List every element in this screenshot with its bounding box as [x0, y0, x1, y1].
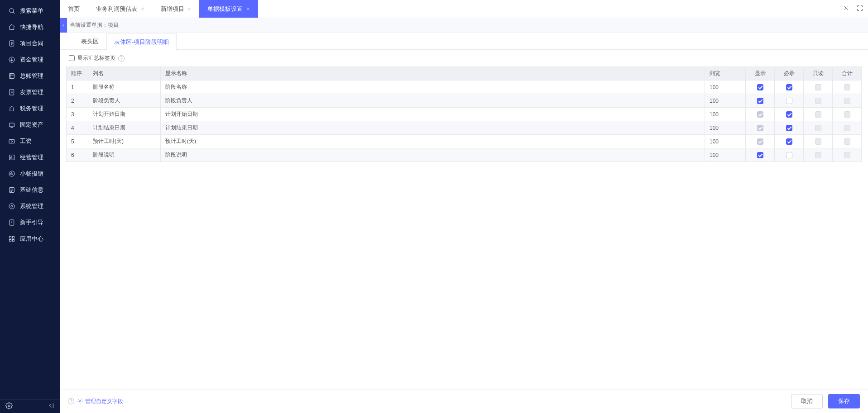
checkbox-total [844, 84, 850, 90]
sidebar-item-12[interactable]: 系统管理 [0, 198, 60, 214]
cell-seq: 3 [67, 108, 88, 121]
tabs-bar-actions [843, 0, 868, 18]
checkbox-required[interactable] [786, 98, 792, 104]
sidebar-item-label: 新手引导 [20, 218, 43, 227]
checkbox-readonly [815, 84, 821, 90]
close-icon[interactable]: × [246, 5, 250, 12]
money-icon [8, 56, 15, 63]
cell-display-name[interactable]: 预计工时(天) [161, 135, 705, 148]
svg-rect-15 [12, 237, 14, 238]
close-icon[interactable]: × [141, 5, 144, 12]
cell-seq: 4 [67, 121, 88, 135]
sidebar-item-4[interactable]: 总账管理 [0, 68, 60, 84]
cell-display-name[interactable]: 阶段说明 [161, 148, 705, 162]
collapse-left-panel-icon[interactable] [60, 18, 67, 33]
app-icon [8, 235, 15, 242]
page-tab-0[interactable]: 首页 [60, 0, 88, 18]
cell-col-name: 计划开始日期 [88, 108, 161, 121]
inner-tab-0[interactable]: 表头区 [73, 33, 106, 49]
biz-icon [8, 154, 15, 161]
checkbox-total [844, 98, 850, 104]
inner-tab-1[interactable]: 表体区-项目阶段明细 [106, 33, 177, 50]
inner-tabs: 表头区表体区-项目阶段明细 [60, 33, 868, 50]
svg-point-7 [11, 141, 12, 142]
footer-help-icon[interactable]: ? [68, 398, 74, 404]
checkbox-show[interactable] [757, 152, 763, 158]
checkbox-required[interactable] [786, 84, 792, 90]
cell-display-name[interactable]: 阶段名称 [161, 81, 705, 94]
sidebar-item-2[interactable]: 项目合同 [0, 35, 60, 52]
sidebar-item-label: 应用中心 [20, 235, 43, 243]
cell-col-name: 阶段名称 [88, 81, 161, 94]
sidebar-item-9[interactable]: 经营管理 [0, 149, 60, 166]
sidebar-item-label: 小畅报销 [20, 170, 43, 178]
page-tab-label: 新增项目 [161, 5, 184, 13]
checkbox-show[interactable] [757, 84, 763, 90]
fields-table-body: 1阶段名称阶段名称1002阶段负责人阶段负责人1003计划开始日期计划开始日期1… [67, 81, 862, 162]
checkbox-show[interactable] [757, 98, 763, 104]
page-tab-2[interactable]: 新增项目× [153, 0, 200, 18]
save-button[interactable]: 保存 [828, 394, 860, 408]
manage-custom-fields-link[interactable]: 管理自定义字段 [77, 398, 123, 405]
svg-point-19 [79, 400, 81, 402]
checkbox-show [757, 138, 763, 145]
doc-icon [8, 40, 15, 47]
sidebar-item-14[interactable]: 应用中心 [0, 231, 60, 247]
checkbox-required[interactable] [786, 138, 792, 145]
cell-width[interactable]: 100 [705, 108, 746, 121]
cell-seq: 1 [67, 81, 88, 94]
sidebar-item-10[interactable]: 小畅报销 [0, 166, 60, 182]
cell-width[interactable]: 100 [705, 135, 746, 148]
sidebar-item-11[interactable]: 基础信息 [0, 182, 60, 198]
sidebar-item-1[interactable]: 快捷导航 [0, 19, 60, 35]
page-tab-1[interactable]: 业务利润预估表× [88, 0, 153, 18]
collapse-sidebar-icon[interactable] [47, 402, 54, 411]
checkbox-required[interactable] [786, 152, 792, 158]
sidebar-item-7[interactable]: 固定资产 [0, 117, 60, 133]
svg-rect-14 [10, 237, 11, 238]
checkbox-show [757, 111, 763, 118]
page-tab-label: 业务利润预估表 [96, 5, 137, 13]
sidebar-item-label: 基础信息 [20, 186, 43, 194]
checkbox-total [844, 125, 850, 131]
cell-width[interactable]: 100 [705, 94, 746, 108]
svg-rect-5 [10, 123, 14, 127]
cell-width[interactable]: 100 [705, 148, 746, 162]
g-icon [8, 170, 15, 177]
svg-rect-3 [10, 74, 14, 79]
cell-width[interactable]: 100 [705, 81, 746, 94]
guide-icon [8, 219, 15, 226]
sidebar-item-8[interactable]: 工资 [0, 133, 60, 149]
col-show: 显示 [746, 67, 775, 81]
cell-display-name[interactable]: 计划开始日期 [161, 108, 705, 121]
ledger-icon [8, 72, 15, 80]
page-tab-3[interactable]: 单据模板设置× [199, 0, 258, 18]
sidebar-item-label: 项目合同 [20, 39, 43, 47]
checkbox-required[interactable] [786, 125, 792, 131]
sidebar-item-label: 快捷导航 [20, 23, 43, 31]
show-summary-tab-checkbox[interactable] [69, 55, 75, 61]
cell-display-name[interactable]: 阶段负责人 [161, 94, 705, 108]
sidebar-item-label: 工资 [20, 137, 32, 145]
close-all-tabs-icon[interactable] [843, 5, 850, 13]
cell-width[interactable]: 100 [705, 121, 746, 135]
table-row: 6阶段说明阶段说明100 [67, 148, 862, 162]
sidebar-item-3[interactable]: 资金管理 [0, 52, 60, 68]
cell-display-name[interactable]: 计划结束日期 [161, 121, 705, 135]
search-icon [8, 7, 15, 14]
content: 当前设置单据： 项目 表头区表体区-项目阶段明细 显示汇总标签页 ? 顺序 列名… [60, 18, 868, 413]
settings-icon[interactable] [5, 402, 13, 411]
sidebar-item-0[interactable]: 搜索菜单 [0, 3, 60, 19]
main: 首页业务利润预估表×新增项目×单据模板设置× 当前设置单据： 项目 表头区表体区… [60, 0, 868, 413]
sidebar-item-label: 经营管理 [20, 153, 43, 161]
checkbox-required[interactable] [786, 111, 792, 118]
table-wrap: 顺序 列名 显示名称 列宽 显示 必录 只读 合计 1阶段名称阶段名称1002阶… [60, 66, 868, 389]
close-icon[interactable]: × [188, 5, 192, 12]
cancel-button[interactable]: 取消 [791, 394, 823, 408]
fullscreen-icon[interactable] [856, 5, 863, 13]
sidebar-item-6[interactable]: 税务管理 [0, 100, 60, 117]
sidebar-item-13[interactable]: 新手引导 [0, 214, 60, 231]
checkbox-readonly [815, 125, 821, 131]
sidebar-item-5[interactable]: 发票管理 [0, 84, 60, 100]
help-icon[interactable]: ? [118, 55, 125, 62]
